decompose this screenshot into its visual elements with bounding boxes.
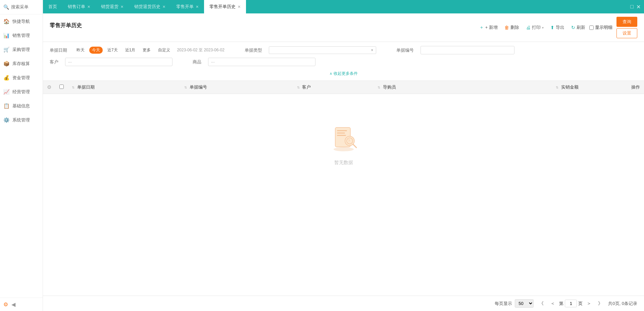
first-page-button[interactable]: 《	[536, 300, 546, 308]
delete-button[interactable]: 🗑 删除	[502, 23, 522, 32]
empty-illustration: ?	[327, 121, 360, 154]
filter-row-2: 客户 ··· 商品 ···	[50, 58, 637, 66]
prev-page-button[interactable]: ＜	[548, 300, 558, 308]
page-suffix: 页	[578, 301, 583, 307]
tab-sales-order-close-icon[interactable]: ✕	[87, 5, 90, 9]
query-button[interactable]: 查询	[616, 17, 637, 27]
tab-home-label: 首页	[48, 4, 57, 10]
display-detail-toggle[interactable]: 显示明细	[589, 24, 612, 31]
sys-mgmt-icon: ⚙️	[3, 117, 10, 123]
date-filter-buttons: 昨天 今天 近7天 近1月 更多 自定义 2023-06-02 至 2023-0…	[74, 47, 225, 54]
th-checkbox[interactable]	[55, 81, 68, 94]
select-all-checkbox[interactable]	[59, 85, 64, 89]
tabs-bar: 首页销售订单✕销货退货✕销货退货历史✕零售开单✕零售开单历史✕ □ ✕	[43, 0, 644, 13]
tab-retail-open[interactable]: 零售开单✕	[171, 0, 204, 13]
collapse-sidebar-icon[interactable]: ◀	[11, 301, 15, 308]
customer-filter-select[interactable]: ···	[65, 58, 172, 66]
th-date[interactable]: ⇅ 单据日期	[68, 81, 180, 94]
date-btn-1month[interactable]: 近1月	[122, 47, 138, 54]
sidebar-item-quick-nav[interactable]: 🏠快捷导航	[0, 14, 43, 29]
th-guide[interactable]: ⇅ 导购员	[374, 81, 470, 94]
date-btn-yesterday[interactable]: 昨天	[74, 47, 87, 54]
filter-area: 单据日期 昨天 今天 近7天 近1月 更多 自定义 2023-06-02 至 2…	[43, 42, 644, 81]
sidebar-item-finance[interactable]: 💰资金管理	[0, 71, 43, 85]
sidebar-item-operations[interactable]: 📈经营管理	[0, 85, 43, 99]
date-filter-label: 单据日期	[50, 47, 67, 53]
th-amount-label: 实销金额	[561, 85, 579, 90]
add-icon: ＋	[479, 24, 484, 31]
sidebar-item-inventory[interactable]: 📦库存核算	[0, 57, 43, 71]
add-label: + 新增	[485, 24, 498, 31]
date-btn-today[interactable]: 今天	[89, 47, 103, 54]
sidebar-nav: 🏠快捷导航📊销售管理🛒采购管理📦库存核算💰资金管理📈经营管理📋基础信息⚙️系统管…	[0, 14, 43, 298]
type-filter-arrow: ▾	[371, 48, 373, 52]
refresh-button[interactable]: ↻ 刷新	[568, 23, 588, 32]
purchase-mgmt-icon: 🛒	[3, 47, 10, 53]
goods-filter-dots: ···	[211, 59, 215, 64]
tab-sales-return-history-close-icon[interactable]: ✕	[162, 5, 165, 9]
customer-filter-label: 客户	[50, 59, 58, 65]
sidebar-search[interactable]: 🔍 搜索采单	[0, 0, 43, 14]
header-toolbar: 零售开单历史 ＋ + 新增 🗑 删除 🖨 打印 ▾ ⬆ 导出 ↻ 刷新	[43, 13, 644, 42]
last-page-button[interactable]: 》	[595, 300, 605, 308]
th-customer[interactable]: ⇅ 客户	[293, 81, 374, 94]
tab-home[interactable]: 首页	[43, 0, 62, 13]
next-page-button[interactable]: ＞	[584, 300, 594, 308]
per-page-select[interactable]: 50 10 20 100	[515, 299, 534, 308]
table-settings-gear-icon[interactable]: ⚙	[47, 84, 51, 90]
tab-retail-open-close-icon[interactable]: ✕	[196, 5, 199, 9]
sidebar-item-sys-mgmt-label: 系统管理	[12, 117, 30, 123]
th-actions: 操作	[583, 81, 644, 94]
tab-sales-return-history[interactable]: 销货退货历史✕	[129, 0, 171, 13]
tab-sales-order[interactable]: 销售订单✕	[62, 0, 96, 13]
export-icon: ⬆	[550, 25, 554, 30]
th-number[interactable]: ⇅ 单据编号	[180, 81, 293, 94]
sidebar-item-sales-mgmt-label: 销售管理	[12, 33, 30, 39]
display-detail-checkbox[interactable]	[589, 25, 594, 30]
sidebar: 🔍 搜索采单 🏠快捷导航📊销售管理🛒采购管理📦库存核算💰资金管理📈经营管理📋基础…	[0, 0, 43, 311]
sidebar-item-purchase-mgmt[interactable]: 🛒采购管理	[0, 43, 43, 57]
number-filter-label: 单据编号	[396, 47, 414, 53]
th-date-label: 单据日期	[77, 85, 95, 90]
collapse-filter-bar[interactable]: ∧ 收起更多条件	[50, 69, 637, 76]
svg-point-0	[334, 147, 354, 151]
type-filter-label: 单据类型	[245, 47, 262, 53]
sidebar-search-label: 搜索采单	[11, 4, 29, 10]
date-btn-custom[interactable]: 自定义	[155, 47, 173, 54]
sort-date-icon: ⇅	[72, 86, 75, 89]
type-filter-select[interactable]: ▾	[269, 46, 376, 54]
refresh-label: 刷新	[577, 24, 585, 31]
page-number-input[interactable]	[565, 300, 577, 307]
data-table: ⚙ ⇅ 单据日期 ⇅ 单据编号 ⇅ 客户	[43, 81, 644, 94]
sidebar-item-purchase-mgmt-label: 采购管理	[12, 47, 30, 53]
th-settings[interactable]: ⚙	[43, 81, 55, 94]
goods-filter-select[interactable]: ···	[208, 58, 315, 66]
tab-retail-open-history-close-icon[interactable]: ✕	[238, 5, 241, 9]
print-dropdown-icon[interactable]: ▾	[542, 26, 544, 30]
settings-footer-icon[interactable]: ⚙	[3, 301, 8, 308]
svg-rect-3	[337, 133, 345, 134]
add-button[interactable]: ＋ + 新增	[477, 23, 500, 32]
sidebar-item-operations-label: 经营管理	[12, 89, 30, 95]
date-btn-more[interactable]: 更多	[140, 47, 153, 54]
date-btn-7days[interactable]: 近7天	[105, 47, 120, 54]
close-window-icon[interactable]: ✕	[636, 4, 641, 10]
restore-window-icon[interactable]: □	[630, 4, 634, 10]
tab-retail-open-history[interactable]: 零售开单历史✕	[204, 0, 246, 13]
sales-mgmt-icon: 📊	[3, 33, 10, 39]
tab-sales-return[interactable]: 销货退货✕	[96, 0, 129, 13]
sidebar-item-sales-mgmt[interactable]: 📊销售管理	[0, 29, 43, 43]
export-button[interactable]: ⬆ 导出	[548, 23, 567, 32]
settings-button[interactable]: 设置	[616, 28, 637, 38]
sidebar-item-sys-mgmt[interactable]: ⚙️系统管理	[0, 113, 43, 127]
number-filter-input[interactable]	[420, 46, 514, 54]
basic-info-icon: 📋	[3, 103, 10, 109]
print-button[interactable]: 🖨 打印 ▾	[523, 23, 546, 32]
operations-icon: 📈	[3, 89, 10, 95]
sidebar-item-basic-info[interactable]: 📋基础信息	[0, 99, 43, 113]
th-amount[interactable]: ⇅ 实销金额	[470, 81, 583, 94]
tab-sales-return-close-icon[interactable]: ✕	[120, 5, 123, 9]
th-actions-label: 操作	[631, 85, 640, 90]
export-label: 导出	[556, 24, 564, 31]
svg-line-6	[353, 144, 356, 148]
